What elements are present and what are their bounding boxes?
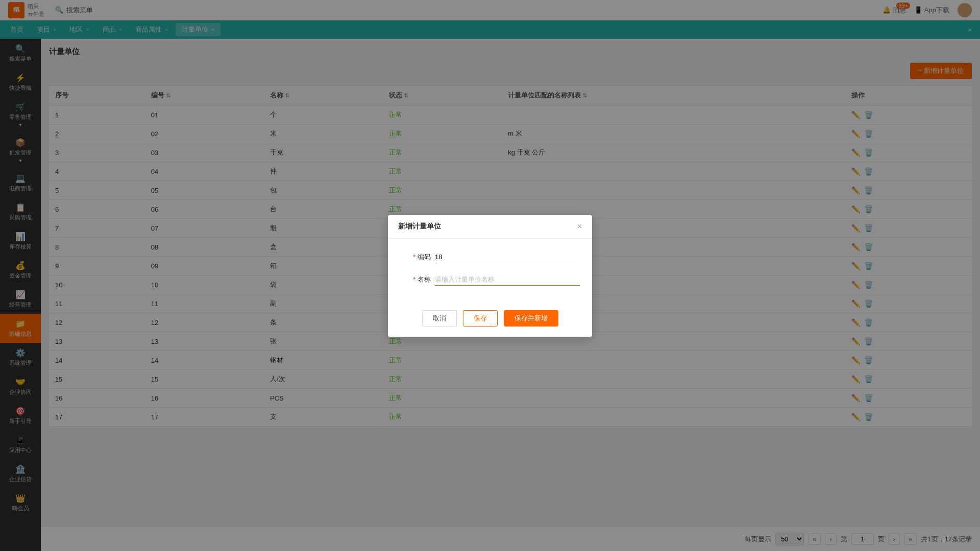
- modal-close-button[interactable]: ×: [577, 222, 582, 231]
- form-name-input[interactable]: [435, 273, 580, 286]
- modal-title: 新增计量单位: [398, 222, 441, 231]
- form-row-code: 编码: [400, 251, 580, 263]
- modal-body: 编码 名称: [388, 239, 592, 304]
- form-name-label: 名称: [400, 275, 431, 284]
- modal-footer: 取消 保存 保存并新增: [388, 304, 592, 337]
- form-code-label: 编码: [400, 253, 431, 262]
- cancel-button[interactable]: 取消: [422, 310, 457, 327]
- save-and-new-button[interactable]: 保存并新增: [504, 310, 558, 327]
- add-measure-unit-modal: 新增计量单位 × 编码 名称 取消 保存 保存并新增: [388, 215, 592, 337]
- form-row-name: 名称: [400, 273, 580, 286]
- modal-overlay: 新增计量单位 × 编码 名称 取消 保存 保存并新增: [0, 0, 980, 551]
- save-button[interactable]: 保存: [463, 310, 498, 327]
- modal-header: 新增计量单位 ×: [388, 215, 592, 239]
- form-code-input[interactable]: [435, 251, 580, 263]
